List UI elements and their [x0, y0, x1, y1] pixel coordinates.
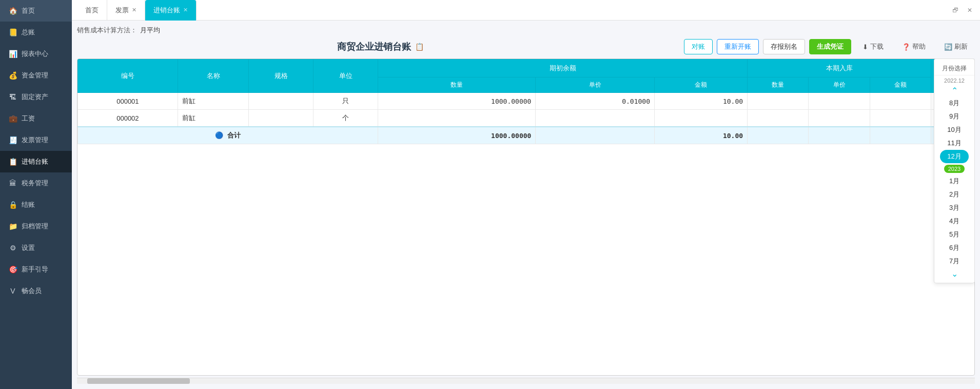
sidebar-item-label: 设置 — [22, 243, 35, 252]
settings-icon: ⚙ — [8, 244, 17, 252]
cell-price-begin: 0.01000 — [536, 93, 655, 110]
cell-spec — [249, 110, 313, 127]
sidebar-item-label: 新手引导 — [22, 265, 48, 274]
month-item-7[interactable]: 7月 — [934, 255, 974, 268]
col-header-code: 编号 — [78, 60, 178, 93]
purchase-sales-icon: 📋 — [8, 158, 17, 166]
sidebar-item-member[interactable]: V 畅会员 — [0, 280, 72, 302]
col-header-beginning-balance: 期初余额 — [378, 60, 748, 77]
duizhang-button[interactable]: 对账 — [684, 39, 713, 54]
cell-unit: 只 — [313, 93, 378, 110]
refresh-button[interactable]: 🔄 刷新 — [937, 40, 975, 54]
generate-voucher-button[interactable]: 生成凭证 — [809, 39, 851, 54]
restore-button[interactable]: 🗗 — [950, 5, 961, 15]
cell-unit: 个 — [313, 110, 378, 127]
month-item-6[interactable]: 6月 — [934, 241, 974, 255]
cell-qty-in — [748, 110, 809, 127]
month-item-5[interactable]: 5月 — [934, 228, 974, 241]
table-row: 000002 前缸 个 — [78, 110, 974, 127]
tab-invoice-label: 发票 — [115, 6, 129, 15]
toolbar-left: 商贸企业进销台账 📋 — [77, 41, 684, 53]
sidebar-item-fixed-assets[interactable]: 🏗 固定资产 — [0, 86, 72, 108]
month-item-10[interactable]: 10月 — [934, 123, 974, 137]
sidebar-item-label: 工资 — [22, 114, 35, 123]
sidebar-item-closing[interactable]: 🔒 结账 — [0, 194, 72, 216]
total-icon: 🔵 — [215, 131, 223, 139]
reopen-button[interactable]: 重新开账 — [717, 39, 759, 54]
cell-qty-begin — [378, 110, 536, 127]
sidebar-item-archive-management[interactable]: 📁 归档管理 — [0, 216, 72, 237]
table-container: 编号 名称 规格 单位 期初余额 本期入库 数 数量 单价 金额 数 — [77, 59, 975, 376]
sidebar-item-purchase-sales[interactable]: 📋 进销台账 — [0, 151, 72, 172]
sidebar-item-report-center[interactable]: 📊 报表中心 — [0, 43, 72, 65]
cell-amount-in — [870, 110, 931, 127]
close-button[interactable]: ✕ — [965, 5, 975, 15]
total-label: 🔵 合计 — [78, 127, 378, 144]
sidebar-item-payroll[interactable]: 💼 工资 — [0, 108, 72, 129]
ledger-icon: 📒 — [8, 28, 17, 36]
month-item-9[interactable]: 9月 — [934, 110, 974, 123]
sidebar-item-label: 报表中心 — [22, 49, 48, 59]
col-sub-qty-begin: 数量 — [378, 77, 536, 93]
cell-amount-begin: 10.00 — [654, 93, 747, 110]
tab-home[interactable]: 首页 — [77, 0, 107, 21]
sidebar-item-general-ledger[interactable]: 📒 总账 — [0, 22, 72, 43]
sidebar-item-settings[interactable]: ⚙ 设置 — [0, 237, 72, 259]
cell-name: 前缸 — [178, 93, 249, 110]
sidebar-item-label: 进销台账 — [22, 157, 48, 166]
month-panel: 月份选择 2022.12 ⌃ 8月 9月 10月 11月 12月 2023 1月… — [934, 59, 975, 283]
month-item-3[interactable]: 3月 — [934, 201, 974, 215]
payroll-icon: 💼 — [8, 114, 17, 123]
title-icon: 📋 — [415, 43, 424, 51]
window-controls: 🗗 ✕ — [950, 5, 975, 15]
month-item-1[interactable]: 1月 — [934, 174, 974, 188]
tab-invoice[interactable]: 发票 ✕ — [107, 0, 145, 21]
cell-code: 000001 — [78, 93, 178, 110]
cell-qty-in — [748, 93, 809, 110]
sidebar-item-label: 资金管理 — [22, 71, 48, 80]
cell-spec — [249, 93, 313, 110]
total-qty-begin: 1000.00000 — [378, 127, 536, 144]
cell-price-in — [809, 93, 870, 110]
cell-code: 000002 — [78, 110, 178, 127]
help-button[interactable]: ❓ 帮助 — [895, 40, 933, 54]
sidebar: 🏠 首页 📒 总账 📊 报表中心 💰 资金管理 🏗 固定资产 💼 工资 🧾 发票… — [0, 0, 72, 389]
refresh-icon: 🔄 — [944, 43, 952, 51]
content-area: 销售成本计算方法： 月平均 商贸企业进销台账 📋 对账 重新开账 存报别名 生成… — [72, 21, 980, 389]
tab-invoice-close[interactable]: ✕ — [132, 7, 136, 13]
col-header-period-in: 本期入库 — [748, 60, 931, 77]
month-scroll-up[interactable]: ⌃ — [950, 85, 959, 96]
sidebar-item-beginner-guide[interactable]: 🎯 新手引导 — [0, 259, 72, 280]
tab-purchase-sales-close[interactable]: ✕ — [183, 7, 188, 13]
col-header-unit: 单位 — [313, 60, 378, 93]
total-qty-in — [748, 127, 809, 144]
total-row: 🔵 合计 1000.00000 10.00 — [78, 127, 974, 144]
month-panel-title: 月份选择 — [934, 62, 974, 75]
sidebar-item-fund-management[interactable]: 💰 资金管理 — [0, 65, 72, 86]
assets-icon: 🏗 — [8, 93, 17, 101]
closing-icon: 🔒 — [8, 201, 17, 209]
sidebar-item-label: 结账 — [22, 200, 35, 209]
sidebar-item-tax-management[interactable]: 🏛 税务管理 — [0, 172, 72, 194]
month-item-11[interactable]: 11月 — [934, 137, 974, 150]
horizontal-scrollbar[interactable] — [77, 378, 975, 384]
archive-icon: 📁 — [8, 222, 17, 230]
download-button[interactable]: ⬇ 下载 — [855, 40, 891, 54]
month-panel-year-2022: 2022.12 — [944, 76, 965, 85]
month-item-8[interactable]: 8月 — [934, 96, 974, 110]
sidebar-item-home[interactable]: 🏠 首页 — [0, 0, 72, 22]
sidebar-item-label: 归档管理 — [22, 222, 48, 231]
sidebar-item-label: 畅会员 — [22, 286, 42, 296]
cost-method-value: 月平均 — [140, 26, 160, 35]
member-icon: V — [8, 287, 17, 295]
sidebar-item-invoice-management[interactable]: 🧾 发票管理 — [0, 129, 72, 151]
fund-icon: 💰 — [8, 71, 17, 80]
month-item-2[interactable]: 2月 — [934, 188, 974, 201]
tab-purchase-sales[interactable]: 进销台账 ✕ — [145, 0, 197, 21]
total-amount-in — [870, 127, 931, 144]
month-scroll-down[interactable]: ⌄ — [950, 268, 959, 280]
save-alias-button[interactable]: 存报别名 — [763, 39, 805, 54]
month-item-12-active[interactable]: 12月 — [940, 150, 969, 163]
cell-amount-begin — [654, 110, 747, 127]
month-item-4[interactable]: 4月 — [934, 215, 974, 228]
